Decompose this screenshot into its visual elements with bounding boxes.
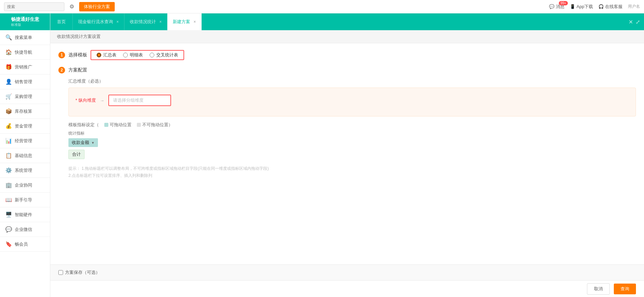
tab-bar-actions: ✕ ⤢ — [629, 19, 644, 25]
tab-cash[interactable]: 现金银行流水查询 × — [73, 13, 124, 30]
message-badge: 99+ — [559, 1, 568, 5]
sidebar-label-system: 系统管理 — [15, 167, 32, 174]
radio-summary[interactable]: 汇总表 — [97, 52, 116, 58]
radio-detail[interactable]: 明细表 — [123, 52, 143, 58]
download-icon: 📱 — [570, 4, 575, 9]
sidebar-label-basic: 基础信息 — [15, 153, 32, 159]
member-icon: 🔖 — [5, 241, 12, 247]
tip-2: 2.点击标题栏下拉可设置排序、插入列和删除列 — [68, 173, 636, 179]
dimension-select[interactable]: 请选择分组维度 — [108, 95, 171, 106]
info-icon: 📋 — [5, 152, 12, 159]
sidebar-item-quicknav[interactable]: 🏠 快捷导航 — [0, 45, 50, 60]
sidebar-item-wechat[interactable]: 💬 企业微信 — [0, 222, 50, 237]
sidebar-item-management[interactable]: 📊 经营管理 — [0, 134, 50, 148]
sidebar-item-basic[interactable]: 📋 基础信息 — [0, 148, 50, 163]
window-expand-icon[interactable]: ⤢ — [636, 19, 640, 25]
metrics-sub-row: 合计 — [68, 150, 636, 160]
sidebar-item-member[interactable]: 🔖 畅会员 — [0, 237, 50, 252]
sidebar-item-marketing[interactable]: 🎁 营销推广 — [0, 60, 50, 75]
box-icon: 📦 — [5, 108, 12, 114]
service-label: 在线客服 — [605, 4, 623, 10]
step1-header: 1 选择模板 汇总表 明细表 — [58, 50, 636, 60]
gear-icon[interactable]: ⚙ — [67, 2, 76, 11]
logo-sub: 标准版 — [11, 22, 39, 27]
sidebar-item-inventory[interactable]: 📦 库存核算 — [0, 104, 50, 119]
money-icon: 💰 — [5, 123, 12, 129]
sidebar-label-marketing: 营销推广 — [15, 64, 32, 70]
save-checkbox-label: 方案保存（可选） — [65, 269, 100, 276]
guide-icon: 📖 — [5, 197, 12, 203]
metrics-subtag-total[interactable]: 合计 — [68, 150, 85, 159]
right-content: 首页 现金银行流水查询 × 收款情况统计 × 新建方案 × ✕ ⤢ 收款情况统计… — [50, 13, 644, 297]
hint-non-draggable: 不可拖动位置） — [137, 122, 173, 128]
tab-new-plan-close[interactable]: × — [194, 19, 196, 24]
save-checkbox[interactable]: 方案保存（可选） — [58, 269, 100, 276]
tab-cash-label: 现金银行流水查询 — [78, 19, 113, 25]
hint-draggable: 可拖动位置 — [104, 122, 131, 128]
page-title: 收款情况统计方案设置 — [50, 30, 644, 43]
tab-receipt[interactable]: 收款情况统计 × — [124, 13, 167, 30]
sidebar-item-guide[interactable]: 📖 新手引导 — [0, 193, 50, 207]
message-btn[interactable]: 💬 消息 99+ — [549, 4, 565, 10]
radio-summary-input[interactable] — [97, 53, 101, 57]
tab-cash-close[interactable]: × — [116, 19, 119, 24]
metrics-tag-amount-label: 收款金额 — [72, 140, 89, 146]
window-close-icon[interactable]: ✕ — [629, 19, 633, 25]
radio-cross[interactable]: 交叉统计表 — [150, 52, 178, 58]
industry-button[interactable]: 体验行业方案 — [79, 2, 115, 11]
tab-home[interactable]: 首页 — [50, 13, 73, 30]
vertical-label: * 纵向维度 — [75, 97, 96, 103]
cart-icon: 🛒 — [5, 93, 12, 100]
step2-section: 2 方案配置 汇总维度（必选） * 纵向维度 → 请选择分组维度 — [58, 67, 636, 179]
step2-header: 2 方案配置 — [58, 67, 636, 73]
sidebar-label-search: 搜索菜单 — [15, 35, 32, 41]
tips-area: 提示： 1.拖动标题栏可以调整布局，不可跨维度或指标区域拖动栏目字段(只能在同一… — [68, 166, 636, 179]
metrics-subtag-total-label: 合计 — [72, 151, 81, 157]
home-icon: 🏠 — [5, 49, 12, 55]
radio-detail-input[interactable] — [123, 53, 128, 57]
user-name: 用户名 — [628, 4, 640, 9]
tab-new-plan[interactable]: 新建方案 × — [167, 13, 202, 30]
top-bar-right: 💬 消息 99+ 📱 App下载 🎧 在线客服 用户名 — [549, 4, 640, 10]
chart-icon: 📊 — [5, 138, 12, 144]
metrics-area: 统计指标 收款金额 ▼ 合计 — [68, 131, 636, 160]
radio-cross-input[interactable] — [150, 53, 154, 57]
message-icon: 💬 — [549, 4, 554, 9]
service-btn[interactable]: 🎧 在线客服 — [598, 4, 623, 10]
step1-num: 1 — [58, 52, 65, 58]
query-button[interactable]: 查询 — [614, 284, 636, 294]
sidebar-item-system[interactable]: ⚙️ 系统管理 — [0, 163, 50, 178]
collab-icon: 🏢 — [5, 182, 12, 188]
step1-section: 1 选择模板 汇总表 明细表 — [58, 50, 636, 60]
metrics-category: 统计指标 — [68, 131, 636, 136]
sidebar-label-hardware: 智能硬件 — [15, 212, 32, 218]
chevron-down-icon: ▼ — [91, 141, 95, 145]
sidebar-label-purchase: 采购管理 — [15, 94, 32, 100]
sidebar-item-purchase[interactable]: 🛒 采购管理 — [0, 89, 50, 104]
sidebar-item-sales[interactable]: 👤 销售管理 — [0, 75, 50, 89]
tab-receipt-close[interactable]: × — [159, 19, 162, 24]
search-input[interactable] — [4, 2, 64, 11]
sidebar-item-hardware[interactable]: 🖥️ 智能硬件 — [0, 207, 50, 222]
sidebar-item-collab[interactable]: 🏢 企业协同 — [0, 178, 50, 193]
download-btn[interactable]: 📱 App下载 — [570, 4, 593, 10]
wechat-icon: 💬 — [5, 226, 12, 233]
sidebar: 畅捷通好生意 标准版 🔍 搜索菜单 🏠 快捷导航 🎁 营销推广 👤 销售管理 🛒… — [0, 13, 50, 297]
save-checkbox-input[interactable] — [58, 270, 63, 275]
sidebar-item-search[interactable]: 🔍 搜索菜单 — [0, 30, 50, 45]
metrics-row: 收款金额 ▼ — [68, 138, 636, 148]
non-draggable-dot — [137, 123, 141, 127]
search-icon: 🔍 — [5, 34, 12, 41]
metrics-tag-amount[interactable]: 收款金额 ▼ — [68, 138, 98, 147]
sidebar-label-quicknav: 快捷导航 — [15, 49, 32, 55]
dimension-area: * 纵向维度 → 请选择分组维度 — [68, 88, 636, 116]
metrics-title: 模板指标设定（ — [68, 122, 99, 128]
tab-new-plan-label: 新建方案 — [173, 19, 190, 25]
action-bar: 取消 查询 — [50, 280, 644, 297]
tab-home-label: 首页 — [57, 19, 66, 25]
sidebar-label-member: 畅会员 — [15, 241, 28, 247]
sidebar-item-finance[interactable]: 💰 资金管理 — [0, 119, 50, 134]
cancel-button[interactable]: 取消 — [587, 283, 610, 295]
download-label: App下载 — [577, 4, 593, 10]
sidebar-label-guide: 新手引导 — [15, 197, 32, 203]
